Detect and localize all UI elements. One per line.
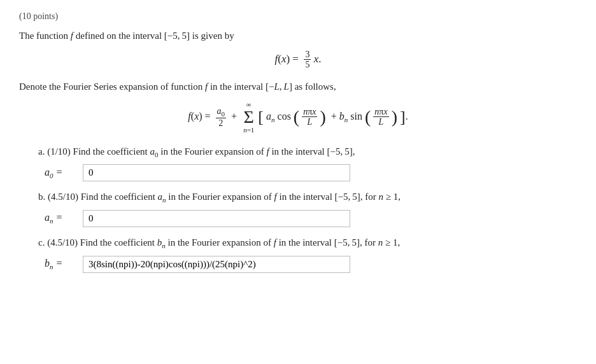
answer-label-a: a0 = xyxy=(45,167,83,179)
page: (10 points) The function f defined on th… xyxy=(0,0,596,364)
fx-formula: f(x) = 3 5 x. xyxy=(19,50,577,70)
answer-input-a[interactable] xyxy=(83,164,350,181)
fx-num: 3 xyxy=(304,50,311,60)
summation: ∞ Σ n=1 xyxy=(243,101,254,134)
question-a: a. (1/10) Find the coefficient a0 in the… xyxy=(38,144,577,161)
answer-row-a: a0 = xyxy=(45,164,577,181)
fx-den: 5 xyxy=(304,60,311,69)
answer-row-b: an = xyxy=(45,210,577,227)
question-c: c. (4.5/10) Find the coefficient bn in t… xyxy=(38,235,577,252)
answer-input-c[interactable] xyxy=(83,256,350,273)
left-bracket: [ xyxy=(258,108,264,126)
right-bracket: ] xyxy=(400,108,406,126)
intro-text: The function f defined on the interval [… xyxy=(19,28,577,43)
right-paren-cos: ) xyxy=(320,107,325,127)
denote-text: Denote the Fourier Series expansion of f… xyxy=(19,79,577,94)
right-paren-sin: ) xyxy=(392,107,397,127)
sin-frac: nπx L xyxy=(373,107,388,127)
answer-input-b[interactable] xyxy=(83,210,350,227)
answer-label-c: bn = xyxy=(45,258,83,270)
question-b: b. (4.5/10) Find the coefficient an in t… xyxy=(38,189,577,206)
points-label: (10 points) xyxy=(19,11,577,22)
cos-frac: nπx L xyxy=(302,107,317,127)
left-paren-sin: ( xyxy=(365,107,371,127)
fx-fraction: 3 5 xyxy=(304,50,311,70)
fourier-series-formula: f(x) = a0 2 + ∞ Σ n=1 [ an cos ( nπx L )… xyxy=(19,101,577,134)
answer-row-c: bn = xyxy=(45,256,577,273)
left-paren-cos: ( xyxy=(294,107,299,127)
answer-label-b: an = xyxy=(45,212,83,225)
a0-frac: a0 2 xyxy=(216,106,227,128)
